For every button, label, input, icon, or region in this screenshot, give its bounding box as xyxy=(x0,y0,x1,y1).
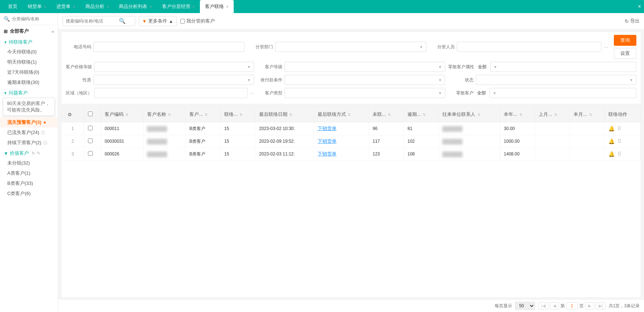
last-method-link[interactable]: 下销货单 xyxy=(318,151,337,157)
sidebar-item-today[interactable]: 今天待联络(0) xyxy=(0,47,58,57)
sidebar-item-ungroup[interactable]: 未分组(32) xyxy=(0,158,58,168)
row-checkbox[interactable] xyxy=(88,138,93,143)
search-icon[interactable]: 🔍 xyxy=(119,18,126,24)
sidebar-group-value[interactable]: ▼ 价值客户 ↻ ✎ xyxy=(0,148,58,158)
edit-icon[interactable]: ✎ xyxy=(37,151,40,156)
tab-customer-tier[interactable]: 客户分层经营 × xyxy=(157,0,200,13)
tab-sales[interactable]: 销货单 × xyxy=(23,0,51,13)
sidebar-all-customers[interactable]: ⊞ 全部客户 « xyxy=(0,25,58,37)
tab-goods-list[interactable]: 商品分析列表 × xyxy=(114,0,157,13)
more-action-icon[interactable]: ⠿ xyxy=(617,126,621,131)
filter-select-customer-type[interactable]: ▼ xyxy=(285,88,445,98)
sidebar-item-classC[interactable]: C类客户(6) xyxy=(0,189,58,199)
sidebar-collapse-icon[interactable]: « xyxy=(52,29,54,34)
th-code[interactable]: 客户编码 ⇅ xyxy=(101,107,143,122)
per-page-label: 每页显示 xyxy=(495,303,512,309)
sidebar-item-overdue[interactable]: 逾期未联络(30) xyxy=(0,77,58,88)
sidebar-item-classA[interactable]: A类客户(1) xyxy=(0,168,58,178)
refresh-icon[interactable]: ↻ xyxy=(32,151,35,156)
prev-page-button[interactable]: ◀ xyxy=(550,302,559,309)
my-customers-checkbox[interactable] xyxy=(180,19,185,24)
table-row: 2 00030031 ██████ B类客户 15 2023-02-09 19:… xyxy=(61,135,641,148)
select-all-checkbox[interactable] xyxy=(88,112,93,116)
page-number-input[interactable] xyxy=(566,302,578,309)
last-page-button[interactable]: ▶| xyxy=(596,302,606,309)
sidebar-item-7days[interactable]: 近7天待联络(0) xyxy=(0,67,58,77)
tab-home[interactable]: 首页 xyxy=(3,0,23,13)
tab-sales-close[interactable]: × xyxy=(44,4,46,9)
more-action-icon[interactable]: ⠿ xyxy=(617,138,621,144)
filter-input-phone[interactable] xyxy=(93,42,245,52)
sort-icon-this-month: ⇅ xyxy=(589,113,592,117)
last-method-link[interactable]: 下销货单 xyxy=(318,126,337,131)
sidebar-group-pending[interactable]: ▼ 待联络客户 xyxy=(0,37,58,47)
filter-select-retail-customer[interactable]: ▼ xyxy=(490,88,636,98)
filter-select-status[interactable]: ▼ xyxy=(476,75,636,85)
filter-input-region[interactable] xyxy=(94,88,247,98)
last-method-link[interactable]: 下销货单 xyxy=(318,138,337,144)
filter-select-nature[interactable]: ▼ xyxy=(93,75,254,85)
sidebar-item-tomorrow[interactable]: 明天待联络(1) xyxy=(0,57,58,67)
retail-attr-prefix: 全部 xyxy=(478,64,487,70)
th-year[interactable]: 本年... ⇅ xyxy=(500,107,535,122)
setting-button[interactable]: 设置 xyxy=(614,48,636,59)
tab-goods-analysis-close[interactable]: × xyxy=(106,4,109,9)
tab-customer-contact-label: 客户联络 xyxy=(205,3,224,10)
filter-select-person[interactable] xyxy=(457,42,601,52)
tab-customer-tier-close[interactable]: × xyxy=(193,4,195,9)
more-options-icon[interactable]: ··· xyxy=(604,44,608,50)
th-name[interactable]: 客户名称 ⇅ xyxy=(143,107,185,122)
filter-more-button[interactable]: ▼ 更多条件 ▲ xyxy=(139,16,177,26)
tab-purchase[interactable]: 进货单 × xyxy=(51,0,80,13)
per-page-select[interactable]: 50 100 200 xyxy=(515,302,535,310)
query-button[interactable]: 查询 xyxy=(614,35,636,46)
row-checkbox[interactable] xyxy=(88,126,93,130)
next-page-button[interactable]: ▶ xyxy=(585,302,594,309)
th-settings[interactable]: ⚙ xyxy=(61,107,84,122)
th-type[interactable]: 客户... ⇅ xyxy=(186,107,221,122)
row-checkbox[interactable] xyxy=(88,151,93,156)
tab-purchase-close[interactable]: × xyxy=(73,4,75,9)
retail-customer-prefix: 全部 xyxy=(477,90,486,96)
sort-icon-name: ⇅ xyxy=(168,113,171,117)
contact-action-icon[interactable]: 🔔 xyxy=(608,151,615,157)
sidebar-group-problem[interactable]: ▼ 问题客户 xyxy=(0,88,58,98)
export-button[interactable]: ↻ 导出 xyxy=(625,18,640,24)
tab-goods-list-close[interactable]: × xyxy=(149,4,152,9)
th-overdue[interactable]: 逾期... ⇅ xyxy=(404,107,439,122)
filter-select-payment[interactable]: ▼ xyxy=(285,75,445,85)
th-this-month[interactable]: 本月... ⇅ xyxy=(570,107,605,122)
tab-goods-analysis[interactable]: 商品分析 × xyxy=(80,0,114,13)
more-action-icon[interactable]: ⠿ xyxy=(617,151,621,157)
region-more-icon[interactable]: ··· xyxy=(250,90,254,96)
th-last-method[interactable]: 最后联络方式 ⇅ xyxy=(314,107,369,122)
filter-label-phone: 电话号码 xyxy=(66,44,91,50)
tab-customer-contact-close[interactable]: × xyxy=(226,4,228,9)
first-page-button[interactable]: |◀ xyxy=(538,302,548,309)
tab-customer-contact[interactable]: 客户联络 × xyxy=(200,0,233,13)
cell-uncontacted: 123 xyxy=(369,148,404,161)
filter-select-price-tier[interactable]: ▼ xyxy=(94,62,254,72)
sidebar-item-churn-warning[interactable]: 流失预警客户(3) ● xyxy=(0,117,58,127)
contact-action-icon[interactable]: 🔔 xyxy=(608,126,615,131)
th-last-month[interactable]: 上月... ⇅ xyxy=(535,107,570,122)
th-contact-person[interactable]: 往来单位联系人 ⇅ xyxy=(439,107,500,122)
contact-action-icon[interactable]: 🔔 xyxy=(608,138,615,144)
table-settings-icon[interactable]: ⚙ xyxy=(65,110,75,119)
filter-select-customer-tier[interactable]: ▼ xyxy=(285,62,445,72)
filter-select-retail-attr[interactable]: ▼ xyxy=(490,62,636,72)
my-customers-wrap[interactable]: 我分管的客户 xyxy=(180,18,215,24)
search-input[interactable] xyxy=(66,19,117,24)
filter-row-1: 电话号码 分管部门 ▼ 分管人员 ··· xyxy=(66,35,636,59)
sidebar-search-input[interactable] xyxy=(12,16,54,21)
th-last-date[interactable]: 最后联络日期 ⇅ xyxy=(255,107,314,122)
cell-last-month xyxy=(535,122,570,135)
cell-type: B类客户 xyxy=(186,135,221,148)
sidebar-item-churned[interactable]: 已流失客户(24) ⓘ xyxy=(0,127,58,138)
sidebar-item-classB[interactable]: B类客户(33) xyxy=(0,178,58,189)
filter-select-dept[interactable]: ▼ xyxy=(275,42,426,52)
th-uncontacted[interactable]: 未联... ⇅ xyxy=(369,107,404,122)
th-contact[interactable]: 联络... ⇅ xyxy=(221,107,255,122)
close-window-button[interactable]: × xyxy=(638,3,641,10)
sidebar-item-declining[interactable]: 持续下滑客户(2) ⓘ xyxy=(0,138,58,148)
